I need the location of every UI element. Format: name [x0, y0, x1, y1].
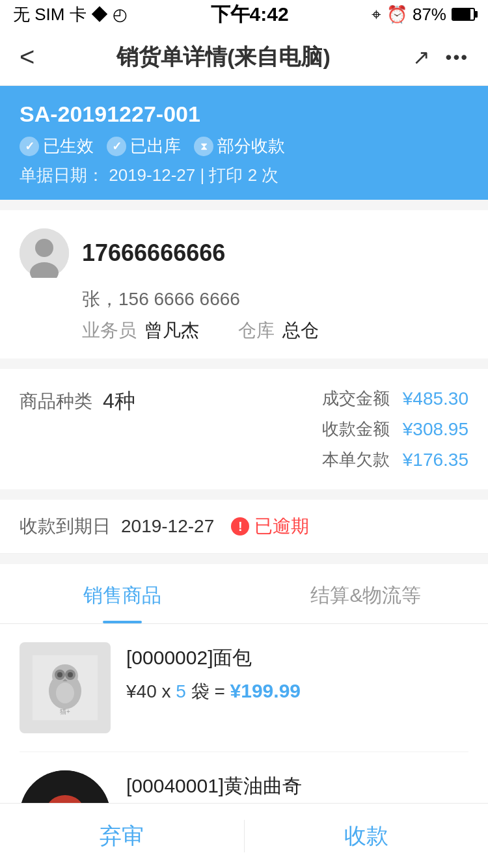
tabs-header: 销售商品 结算&物流等	[0, 564, 488, 624]
status-right: ⌖ ⏰ 87%	[372, 5, 475, 25]
order-badges: ✓ 已生效 ✓ 已出库 ⧗ 部分收款	[20, 135, 468, 157]
summary-row: 商品种类 4种 成交金额 ¥485.30 收款金额 ¥308.95 本单欠款 ¥…	[20, 387, 468, 471]
meta-date: 2019-12-27	[109, 165, 195, 185]
product-name-1: [00040001]黄油曲奇	[126, 773, 468, 800]
tab-sales-products-label: 销售商品	[83, 584, 161, 606]
thumb-icon-0: 猫+	[33, 655, 98, 720]
warehouse-value: 总仓	[282, 318, 319, 343]
warehouse-item: 仓库 总仓	[238, 318, 319, 343]
order-meta: 单据日期： 2019-12-27 | 打印 2 次	[20, 164, 468, 187]
product-price-0: ¥40	[126, 681, 157, 701]
due-date-section: 收款到期日 2019-12-27 ! 已逾期	[0, 500, 488, 554]
order-id: SA-20191227-001	[20, 102, 468, 127]
customer-phone: 17666666666	[82, 239, 225, 267]
avatar	[20, 228, 69, 278]
customer-section: 17666666666 张，156 6666 6666 业务员 曾凡杰 仓库 总…	[0, 210, 488, 359]
product-eq-0: =	[214, 681, 230, 701]
more-icon[interactable]: •••	[446, 47, 468, 68]
clock-icon: ⧗	[194, 137, 213, 156]
product-name-0: [0000002]面包	[126, 645, 468, 671]
owed-amount: ¥176.35	[403, 450, 468, 470]
owed-label: 本单欠款	[322, 448, 390, 471]
type-count: 4种	[103, 387, 135, 416]
deal-amount-row: 成交金额 ¥485.30	[322, 387, 468, 410]
badge-partial-label: 部分收款	[217, 135, 285, 157]
deal-label: 成交金额	[322, 387, 390, 410]
status-time: 下午4:42	[211, 1, 289, 28]
badge-shipped: ✓ 已出库	[107, 135, 181, 157]
meta-date-label: 单据日期：	[20, 165, 104, 185]
status-carrier: 无 SIM 卡 ◆ ◴	[13, 3, 128, 26]
product-item-0: 猫+ [0000002]面包 ¥40 x 5 袋 = ¥199.99	[20, 624, 468, 752]
thumb-placeholder-0: 猫+	[20, 642, 111, 733]
salesperson-label: 业务员	[82, 318, 137, 343]
check-icon-effective: ✓	[20, 137, 39, 156]
cancel-button[interactable]: 弃审	[0, 808, 244, 864]
share-icon[interactable]: ↗︎	[413, 45, 430, 70]
nav-actions: ↗︎ •••	[413, 45, 468, 70]
product-total-0: ¥199.99	[230, 680, 301, 701]
status-bar: 无 SIM 卡 ◆ ◴ 下午4:42 ⌖ ⏰ 87%	[0, 0, 488, 29]
order-header: SA-20191227-001 ✓ 已生效 ✓ 已出库 ⧗ 部分收款 单据日期：…	[0, 86, 488, 200]
meta-separator: |	[200, 165, 209, 185]
product-qty-0: 5	[176, 681, 186, 701]
summary-right: 成交金额 ¥485.30 收款金额 ¥308.95 本单欠款 ¥176.35	[322, 387, 468, 471]
battery-icon	[452, 8, 475, 21]
product-price-row-0: ¥40 x 5 袋 = ¥199.99	[126, 679, 468, 704]
type-label: 商品种类	[20, 389, 92, 414]
salesperson-item: 业务员 曾凡杰	[82, 318, 199, 343]
product-thumb-0: 猫+	[20, 642, 111, 733]
back-button[interactable]: <	[20, 42, 34, 72]
customer-row: 17666666666	[20, 228, 468, 278]
tab-settlement-label: 结算&物流等	[310, 584, 421, 606]
page-title: 销货单详情(来自电脑)	[116, 42, 331, 72]
warehouse-label: 仓库	[238, 318, 275, 343]
badge-shipped-label: 已出库	[130, 135, 181, 157]
badge-effective-label: 已生效	[43, 135, 94, 157]
svg-point-9	[68, 672, 73, 677]
status-alarm-icon: ⏰	[386, 5, 407, 25]
received-label: 收款金额	[322, 418, 390, 441]
tab-sales-products[interactable]: 销售商品	[0, 564, 244, 623]
summary-left: 商品种类 4种	[20, 387, 135, 416]
avatar-icon	[20, 228, 69, 278]
svg-point-1	[35, 239, 53, 257]
badge-effective: ✓ 已生效	[20, 135, 94, 157]
deal-amount: ¥485.30	[403, 388, 468, 409]
svg-point-8	[57, 672, 62, 677]
product-multiply-0: x	[162, 681, 176, 701]
product-info-0: [0000002]面包 ¥40 x 5 袋 = ¥199.99	[126, 642, 468, 704]
nav-bar: < 销货单详情(来自电脑) ↗︎ •••	[0, 29, 488, 86]
customer-meta: 业务员 曾凡杰 仓库 总仓	[82, 318, 468, 343]
confirm-button[interactable]: 收款	[245, 808, 489, 864]
overdue-text: 已逾期	[254, 514, 309, 539]
customer-contact: 张，156 6666 6666	[82, 287, 468, 312]
meta-print: 打印 2 次	[209, 165, 278, 185]
due-date-label: 收款到期日	[20, 514, 111, 539]
overdue-badge: ! 已逾期	[231, 514, 309, 539]
badge-partial: ⧗ 部分收款	[194, 135, 285, 157]
svg-text:猫+: 猫+	[60, 708, 70, 715]
product-unit-0: 袋	[191, 681, 210, 701]
bottom-bar: 弃审 收款	[0, 803, 488, 868]
tab-settlement[interactable]: 结算&物流等	[244, 564, 488, 623]
summary-section: 商品种类 4种 成交金额 ¥485.30 收款金额 ¥308.95 本单欠款 ¥…	[0, 369, 488, 489]
salesperson-value: 曾凡杰	[144, 318, 199, 343]
svg-point-11	[56, 683, 74, 703]
status-location-icon: ⌖	[372, 5, 381, 25]
due-date-value: 2019-12-27	[121, 516, 214, 537]
overdue-icon: !	[231, 517, 249, 536]
check-icon-shipped: ✓	[107, 137, 126, 156]
owed-amount-row: 本单欠款 ¥176.35	[322, 448, 468, 471]
received-amount: ¥308.95	[403, 419, 468, 440]
received-amount-row: 收款金额 ¥308.95	[322, 418, 468, 441]
status-battery: 87%	[413, 5, 446, 25]
